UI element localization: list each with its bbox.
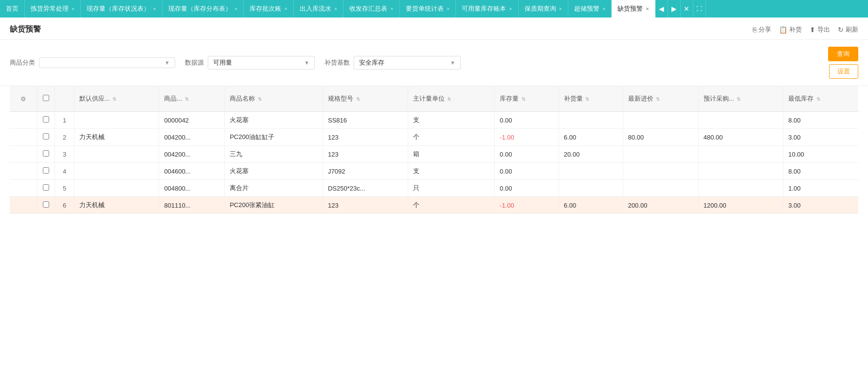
category-chevron-icon: ▼ [164,60,170,66]
row-product-code-cell: 004200... [159,129,225,146]
col-header-spec[interactable]: 规格型号 ⇅ [323,86,408,112]
reorder-select[interactable]: 安全库存 ▼ [354,56,461,70]
col-header-stock[interactable]: 库存量 ⇅ [495,86,559,112]
close-tab-shortage[interactable]: × [646,6,649,12]
row-settings-cell [10,129,37,146]
settings-gear-icon[interactable]: ⚙ [15,90,32,107]
setting-button[interactable]: 设置 [829,64,858,79]
col-header-product-name[interactable]: 商品名称 ⇅ [225,86,323,112]
sort-estimated-purchase-icon: ⇅ [737,96,741,102]
row-estimated-purchase-cell: 1200.00 [698,197,783,214]
share-button[interactable]: ⎘ 分享 [753,25,771,34]
category-select[interactable]: ▼ [39,57,175,68]
col-header-replenish-qty[interactable]: 补货量 ⇅ [559,86,623,112]
row-unit-cell: 箱 [408,146,494,163]
tab-exception[interactable]: 拣货异常处理 × [25,0,81,18]
datasource-value: 可用量 [213,58,232,67]
row-check-cell[interactable] [37,197,55,214]
refresh-icon: ↻ [838,26,844,34]
tab-close-all-btn[interactable]: ✕ [681,0,693,18]
row-checkbox-2[interactable] [43,150,49,157]
row-checkbox-4[interactable] [43,184,49,191]
close-tab-inout-flow[interactable]: × [334,6,337,12]
sort-product-name-icon: ⇅ [258,96,262,102]
tab-home[interactable]: 首页 [0,0,25,18]
row-min-stock-cell: 10.00 [783,146,858,163]
row-unit-cell: 支 [408,112,494,129]
select-all-checkbox[interactable] [43,95,49,101]
col-header-unit[interactable]: 主计量单位 ⇅ [408,86,494,112]
tab-order-stats[interactable]: 要货单统计表 × [400,0,456,18]
tab-stock-status[interactable]: 现存量（库存状况表） × [81,0,162,18]
row-check-cell[interactable] [37,112,55,129]
close-tab-exception[interactable]: × [72,6,74,12]
tab-expiry[interactable]: 保质期查询 × [519,0,568,18]
row-latest-price-cell: 80.00 [623,129,698,146]
tab-shortage[interactable]: 缺货预警 × [612,0,655,18]
close-tab-order-stats[interactable]: × [447,6,450,12]
share-icon: ⎘ [753,26,757,34]
query-button[interactable]: 查询 [828,47,858,61]
datasource-filter-group: 数据源 可用量 ▼ [185,56,315,70]
row-product-name-cell: PC200油缸缸子 [225,129,323,146]
row-checkbox-0[interactable] [43,116,49,123]
row-unit-cell: 个 [408,129,494,146]
close-tab-overstock[interactable]: × [602,6,605,12]
row-checkbox-5[interactable] [43,201,49,208]
row-check-cell[interactable] [37,146,55,163]
reorder-value: 安全库存 [359,58,384,67]
tab-expand-btn[interactable]: ⛶ [693,0,706,18]
close-tab-stock-dist[interactable]: × [235,6,237,12]
sort-supplier-icon: ⇅ [112,96,116,102]
close-tab-available-ledger[interactable]: × [509,6,512,12]
close-tab-expiry[interactable]: × [559,6,562,12]
col-header-num [55,86,74,112]
close-tab-receipt-summary[interactable]: × [390,6,393,12]
row-checkbox-1[interactable] [43,133,49,140]
col-header-estimated-purchase[interactable]: 预计采购... ⇅ [698,86,783,112]
sort-product-code-icon: ⇅ [185,96,189,102]
refresh-button[interactable]: ↻ 刷新 [838,25,858,34]
col-header-supplier[interactable]: 默认供应... ⇅ [74,86,159,112]
row-product-name-cell: 三九 [225,146,323,163]
row-num-cell: 1 [55,112,74,129]
row-min-stock-cell: 8.00 [783,112,858,129]
close-tab-batch-account[interactable]: × [284,6,287,12]
row-check-cell[interactable] [37,129,55,146]
row-product-name-cell: PC200张紧油缸 [225,197,323,214]
table-row: 6 力天机械 801110... PC200张紧油缸 123 个 -1.00 6… [10,197,858,214]
sort-latest-price-icon: ⇅ [656,96,660,102]
tab-overstock[interactable]: 超储预警 × [568,0,612,18]
col-header-product-code[interactable]: 商品... ⇅ [159,86,225,112]
col-header-latest-price[interactable]: 最新进价 ⇅ [623,86,698,112]
tab-batch-account[interactable]: 库存批次账 × [244,0,293,18]
row-replenish-qty-cell: 20.00 [559,146,623,163]
tab-inout-flow[interactable]: 出入库流水 × [294,0,344,18]
col-header-min-stock[interactable]: 最低库存 ⇅ [783,86,858,112]
tab-stock-dist[interactable]: 现存量（库存分布表） × [163,0,244,18]
close-tab-stock-status[interactable]: × [153,6,156,12]
sort-unit-icon: ⇅ [447,96,451,102]
col-header-check[interactable] [37,86,55,112]
row-settings-cell [10,112,37,129]
export-button[interactable]: ⬆ 导出 [810,25,830,34]
tab-receipt-summary[interactable]: 收发存汇总表 × [344,0,399,18]
row-min-stock-cell: 8.00 [783,163,858,180]
row-checkbox-3[interactable] [43,167,49,174]
row-unit-cell: 支 [408,163,494,180]
tab-available-ledger[interactable]: 可用量库存账本 × [456,0,518,18]
col-header-settings[interactable]: ⚙ [10,86,37,112]
row-num-cell: 4 [55,163,74,180]
row-supplier-cell [74,180,159,197]
row-check-cell[interactable] [37,180,55,197]
table-row: 3 004200... 三九 123 箱 0.00 20.00 10.00 [10,146,858,163]
row-product-code-cell: 004200... [159,146,225,163]
tab-next-btn[interactable]: ▶ [668,0,681,18]
tab-prev-btn[interactable]: ◀ [655,0,668,18]
row-num-cell: 2 [55,129,74,146]
row-latest-price-cell [623,163,698,180]
row-supplier-cell: 力天机械 [74,197,159,214]
datasource-select[interactable]: 可用量 ▼ [208,56,315,70]
row-check-cell[interactable] [37,163,55,180]
replenish-button[interactable]: 📋 补货 [779,25,802,34]
